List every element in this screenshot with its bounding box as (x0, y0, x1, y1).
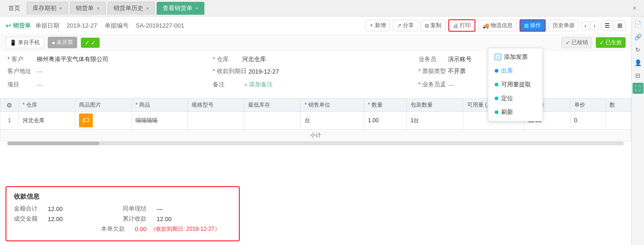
dropdown-refresh[interactable]: 刷新 (488, 105, 542, 119)
tab-bar: 首页 库存期初 × 销货单 × 销货单历史 × 查看销货单 × × (0, 0, 644, 17)
radio-dot-icon (495, 69, 498, 73)
doc-type-label: 销货单 (13, 22, 31, 30)
same-settle-value: — (155, 205, 163, 212)
sidebar-refresh-icon[interactable]: ↻ (633, 44, 644, 55)
col-amount: 数 (606, 99, 631, 112)
overdue-value-field: 本单欠款 0.00 （收款到期日: 2019-12-27） (101, 225, 232, 233)
project-field: 项目 — (7, 80, 213, 89)
check-icon: ✓ (85, 40, 90, 46)
share-button[interactable]: ↗ 分享 (393, 20, 418, 31)
same-settle-field: 同单现结 — (123, 205, 232, 213)
total-label: 金额合计 (14, 205, 46, 213)
add-remark-button[interactable]: + 添加备注 (240, 79, 277, 90)
number-label: 单据编号 (105, 22, 129, 30)
view-toggle: ☰ ⊞ (601, 20, 626, 31)
window-close-button[interactable]: × (629, 4, 640, 12)
doc-type-badge: ↩ 销货单 (6, 22, 31, 30)
col-warehouse: * 仓库 (19, 99, 75, 112)
prev-button[interactable]: ‹ (582, 21, 590, 30)
due-date-value: 2019-12-27 (247, 68, 279, 75)
radio-dot-locate-icon (495, 97, 498, 100)
list-view-button[interactable]: ☰ (601, 20, 613, 31)
tab-home[interactable]: 首页 (4, 4, 25, 12)
refresh-label: 刷新 (501, 108, 513, 116)
history-button[interactable]: 历史单据 (548, 20, 579, 31)
from-phone-button[interactable]: 📱 来自手机 (6, 37, 44, 48)
radio-dot-available-icon (495, 83, 498, 86)
copy-button[interactable]: ⧉ 复制 (421, 20, 446, 31)
tab-sales-history[interactable]: 销货单历史 × (107, 2, 155, 15)
tab-sales[interactable]: 销货单 × (70, 2, 105, 15)
new-button[interactable]: + 新增 (366, 20, 390, 31)
payment-row-2: 成交金额 12.00 累计收款 12.00 (14, 215, 232, 223)
date-value: 2019-12-27 (67, 22, 97, 29)
effected-button[interactable]: ✓ 已生效 (596, 37, 626, 48)
operations-button[interactable]: ⊞ 操作 (520, 19, 546, 32)
sidebar-user-icon[interactable]: 👤 (633, 57, 644, 68)
scrollbar-thumb (7, 142, 99, 145)
row-unit: 台 (301, 112, 364, 130)
sidebar-doc-icon[interactable]: 📄 (633, 18, 644, 29)
staff-label: 业务员 (418, 55, 446, 63)
available-label: 可用量提取 (501, 80, 531, 89)
close-inventory-tab[interactable]: × (59, 6, 62, 11)
staff-value: 演示账号 (446, 55, 472, 63)
copy-icon: ⧉ (425, 23, 429, 29)
row-quantity: 1.00 (364, 112, 407, 130)
sidebar-link-icon[interactable]: 🔗 (633, 31, 644, 42)
col-pack-qty: 包装数量 (407, 99, 463, 112)
doc-actions: + 新增 ↗ 分享 ⧉ 复制 🖨 打印 🚚 (366, 19, 626, 32)
locate-label: 定位 (501, 94, 513, 103)
col-image: 商品图片 (75, 99, 131, 112)
dropdown-outbound[interactable]: 出库 (488, 64, 542, 78)
overdue-due-label: 本单欠款 (101, 225, 133, 233)
logistics-button[interactable]: 🚚 物流信息 (478, 20, 517, 31)
table-scrollbar[interactable] (7, 142, 624, 145)
total-field: 金额合计 12.00 (14, 205, 123, 213)
due-date-label: * 收款到期日 (213, 67, 247, 75)
cumulative-field: 累计收款 12.00 (123, 215, 232, 223)
customer-value: 柳州粤港平安气体有限公司 (35, 55, 108, 63)
tab-check-sales[interactable]: 查看销货单 × (157, 2, 204, 15)
dropdown-available[interactable]: 可用量提取 (488, 78, 542, 91)
checkbox-icon: ✓ (495, 54, 501, 60)
warehouse-value: 河北仓库 (240, 55, 266, 63)
nuked-button[interactable]: ✓ 已核销 (561, 37, 592, 48)
close-check-tab[interactable]: × (195, 6, 198, 11)
payment-title: 收款信息 (14, 193, 232, 201)
row-product: 嗝嗝嗝嗝 (131, 112, 188, 130)
row-price: 0. (570, 112, 605, 130)
dropdown-add-invoice[interactable]: ✓ 添加发票 (488, 50, 542, 64)
overdue-note: （收款到期日: 2019-12-27） (148, 225, 220, 233)
sidebar-expand-icon[interactable]: ⛶ (633, 83, 644, 94)
next-button[interactable]: › (590, 21, 599, 30)
row-min-stock (244, 112, 301, 130)
col-gear[interactable]: ⚙ (0, 99, 19, 112)
circle-icon: ● (52, 40, 55, 46)
close-history-tab[interactable]: × (146, 6, 149, 11)
warehouse-label: * 仓库 (213, 55, 240, 63)
check-circle-icon: ✓ (565, 40, 570, 46)
sidebar-table-icon[interactable]: ⊟ (633, 70, 644, 81)
confirm-button[interactable]: ✓ ✓ (81, 38, 100, 48)
phone-icon: 📱 (10, 40, 17, 46)
date-label: 单据日期 (35, 22, 59, 30)
grid-view-button[interactable]: ⊞ (614, 20, 626, 31)
close-sales-tab[interactable]: × (96, 6, 99, 11)
payment-row-1: 金额合计 12.00 同单现结 — (14, 205, 232, 213)
print-button[interactable]: 🖨 打印 (448, 19, 475, 32)
project-value: — (35, 81, 43, 88)
not-open-ticket-button[interactable]: ● 未开票 (48, 37, 77, 48)
salesperson-value: — (446, 81, 454, 88)
tab-inventory[interactable]: 库存期初 × (27, 2, 68, 15)
payment-row-3: 本单欠款 本单欠款 0.00 （收款到期日: 2019-12-27） (14, 225, 232, 233)
ticket-label: * 票据类型 (418, 67, 446, 75)
nav-arrows: ‹ › (582, 21, 599, 30)
remark-field: 备注 + 添加备注 (213, 79, 418, 90)
overdue-field: 本单欠款 (14, 225, 101, 233)
ticket-value: 不开票 (446, 67, 466, 75)
address-field: 客户地址 — (7, 67, 213, 75)
dropdown-locate[interactable]: 定位 (488, 91, 542, 105)
right-sidebar: 📄 🔗 ↻ 👤 ⊟ ⛶ (631, 17, 644, 245)
product-image: 🏷 (79, 114, 93, 127)
